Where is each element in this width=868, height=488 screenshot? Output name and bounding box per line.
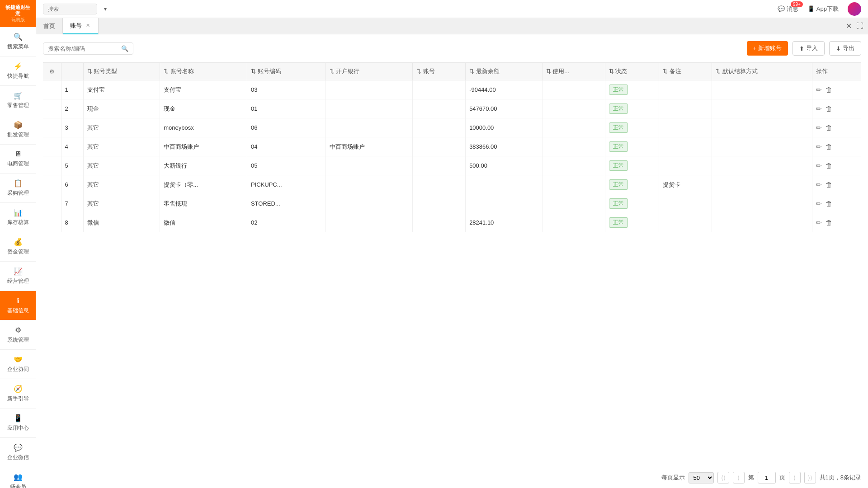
page-number-input[interactable] [758,472,776,483]
delete-button-0[interactable]: 🗑 [826,86,832,94]
sidebar-item-guide[interactable]: 🧭新手引导 [0,379,36,408]
last-page-button[interactable]: ⟩⟩ [804,472,816,483]
sidebar-item-finance[interactable]: 💰资金管理 [0,232,36,262]
cell-remark-0 [659,80,712,99]
col-index [61,63,83,80]
tab-account[interactable]: 账号✕ [63,18,99,34]
col-gear[interactable]: ⚙ [43,63,61,80]
sidebar-item-retail[interactable]: 🛒零售管理 [0,86,36,115]
tab-close-account[interactable]: ✕ [85,23,91,29]
pagination: 每页显示 50 100 200 ⟨⟨ ⟨ 第 页 ⟩ ⟩⟩ 共1页，8条记录 [36,467,868,488]
cell-settlement-3 [712,137,812,156]
cell-account-2 [413,118,466,137]
cell-balance-5 [466,175,542,194]
col-remark[interactable]: ⇅ 备注 [659,63,712,80]
cell-gear-1 [43,99,61,118]
sidebar-item-system[interactable]: ⚙系统管理 [0,320,36,350]
export-button[interactable]: ⬇ 导出 [829,41,861,56]
col-settlement[interactable]: ⇅ 默认结算方式 [712,63,812,80]
sidebar-item-inventory[interactable]: 📊库存核算 [0,203,36,232]
user-avatar[interactable] [848,2,861,16]
status-badge-0: 正常 [609,84,628,95]
tab-bar-actions: ✕ ⛶ [846,22,868,30]
delete-button-3[interactable]: 🗑 [826,143,832,150]
sidebar-item-purchase[interactable]: 📋采购管理 [0,174,36,203]
col-bank[interactable]: ⇅ 开户银行 [326,63,413,80]
cell-settlement-4 [712,156,812,175]
col-code[interactable]: ⇅ 账号编码 [247,63,326,80]
delete-button-6[interactable]: 🗑 [826,200,832,207]
cell-code-5: PICKUPC... [247,175,326,194]
sidebar-item-search[interactable]: 🔍搜索菜单 [0,27,36,56]
tab-close-all-icon[interactable]: ✕ [846,22,852,30]
delete-button-5[interactable]: 🗑 [826,181,832,188]
search-input[interactable] [48,45,118,52]
cell-balance-7: 28241.10 [466,213,542,232]
edit-button-1[interactable]: ✏ [816,105,822,113]
search-icon[interactable]: 🔍 [121,45,128,52]
edit-button-7[interactable]: ✏ [816,219,822,227]
status-badge-6: 正常 [609,198,628,209]
tab-label-account: 账号 [70,22,82,30]
import-button[interactable]: ⬆ 导入 [793,41,825,56]
cell-gear-3 [43,137,61,156]
edit-button-0[interactable]: ✏ [816,86,822,94]
cell-index-3: 4 [61,137,83,156]
col-balance[interactable]: ⇅ 最新余额 [466,63,542,80]
add-account-button[interactable]: + 新增账号 [747,41,788,56]
page-size-select[interactable]: 50 100 200 [689,472,714,483]
cell-name-7: 微信 [160,213,247,232]
sidebar-label-system: 系统管理 [7,336,29,344]
app-download-button[interactable]: 📱 App下载 [807,5,839,13]
sidebar-item-wholesale[interactable]: 📦批发管理 [0,115,36,145]
cell-action-3: ✏ 🗑 [812,137,861,156]
tab-fullscreen-icon[interactable]: ⛶ [856,22,863,30]
col-usage[interactable]: ⇅ 使用... [542,63,605,80]
top-search-input[interactable] [43,4,97,14]
sidebar-item-member[interactable]: 👥畅会员 [0,467,36,488]
next-page-button[interactable]: ⟩ [789,472,801,483]
sidebar-item-enterprise[interactable]: 🤝企业协同 [0,350,36,379]
retail-icon: 🛒 [14,91,23,100]
cell-name-3: 中百商场账户 [160,137,247,156]
sidebar-item-basic[interactable]: ℹ基础信息 [0,291,36,320]
edit-button-2[interactable]: ✏ [816,124,822,132]
cell-code-0: 03 [247,80,326,99]
member-icon: 👥 [14,473,23,481]
cell-status-3: 正常 [605,137,659,156]
delete-button-1[interactable]: 🗑 [826,105,832,113]
edit-button-5[interactable]: ✏ [816,181,822,189]
col-type[interactable]: ⇅ 账号类型 [83,63,160,80]
sidebar-item-app_center[interactable]: 📱应用中心 [0,408,36,438]
first-page-button[interactable]: ⟨⟨ [717,472,729,483]
delete-button-7[interactable]: 🗑 [826,219,832,226]
sidebar-item-ecommerce[interactable]: 🖥电商管理 [0,145,36,174]
ecommerce-icon: 🖥 [14,150,22,158]
cell-usage-5 [542,175,605,194]
sidebar-item-operations[interactable]: 📈经营管理 [0,262,36,291]
accounts-table: ⚙ ⇅ 账号类型 ⇅ 账号名称 ⇅ 账号编码 ⇅ 开户银行 ⇅ 账号 ⇅ 最新余… [43,62,861,232]
col-account[interactable]: ⇅ 账号 [413,63,466,80]
cell-remark-1 [659,99,712,118]
col-status[interactable]: ⇅ 状态 [605,63,659,80]
prev-page-button[interactable]: ⟨ [733,472,745,483]
delete-button-4[interactable]: 🗑 [826,162,832,169]
content-area: 🔍 + 新增账号 ⬆ 导入 ⬇ 导出 ⚙ ⇅ 账号类型 [36,34,868,467]
delete-button-2[interactable]: 🗑 [826,124,832,131]
edit-button-3[interactable]: ✏ [816,143,822,151]
message-button[interactable]: 💬 消息 99+ [778,5,798,13]
col-name[interactable]: ⇅ 账号名称 [160,63,247,80]
sidebar-item-shortcut[interactable]: ⚡快捷导航 [0,56,36,86]
tab-home[interactable]: 首页 [36,18,63,34]
cell-balance-4: 500.00 [466,156,542,175]
table-row: 3 其它 moneybosx 06 10000.00 正常 ✏ 🗑 [43,118,861,137]
import-label: 导入 [806,44,818,52]
cell-account-7 [413,213,466,232]
dropdown-button[interactable]: ▾ [104,6,107,12]
cell-index-6: 7 [61,194,83,213]
edit-button-6[interactable]: ✏ [816,200,822,208]
sidebar-item-wechat[interactable]: 💬企业微信 [0,438,36,467]
cell-code-1: 01 [247,99,326,118]
shortcut-icon: ⚡ [14,62,23,70]
edit-button-4[interactable]: ✏ [816,162,822,170]
